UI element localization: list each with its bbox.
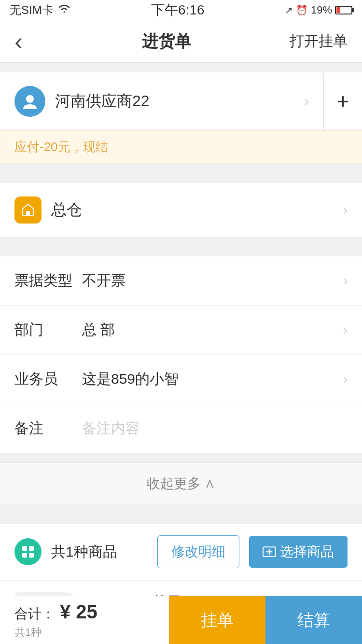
- svg-point-0: [26, 95, 34, 103]
- warehouse-chevron-icon: ›: [343, 202, 348, 218]
- dept-row[interactable]: 部门 总 部 ›: [0, 306, 362, 355]
- svg-rect-2: [22, 546, 27, 551]
- supplier-section: 河南供应商22 › +: [0, 72, 362, 130]
- form-section: 票据类型 不开票 › 部门 总 部 › 业务员 这是859的小智 › 备注 备注…: [0, 256, 362, 453]
- status-left: 无SIM卡: [10, 2, 71, 18]
- select-product-button[interactable]: 选择商品: [249, 536, 348, 568]
- dept-chevron-icon: ›: [343, 322, 348, 338]
- nav-bar: ‹ 进货单 打开挂单: [0, 20, 362, 63]
- supplier-chevron-icon: ›: [305, 94, 309, 109]
- products-icon: [14, 538, 42, 565]
- invoice-row[interactable]: 票据类型 不开票 ›: [0, 256, 362, 306]
- footer-total: 合计： ¥ 25 共1种: [0, 596, 169, 644]
- location-icon: ↗: [285, 4, 293, 16]
- svg-rect-4: [22, 553, 27, 558]
- open-hang-button[interactable]: 打开挂单: [290, 31, 348, 51]
- select-product-label: 选择商品: [280, 543, 334, 561]
- supplier-avatar: [14, 86, 45, 117]
- salesman-label: 业务员: [14, 369, 82, 389]
- warehouse-icon: [14, 196, 42, 224]
- remark-row[interactable]: 备注 备注内容: [0, 404, 362, 453]
- notice-text: 应付-20元，现结: [14, 140, 108, 154]
- back-button[interactable]: ‹: [14, 27, 43, 56]
- invoice-label: 票据类型: [14, 271, 82, 291]
- hang-button[interactable]: 挂单: [169, 596, 265, 644]
- page-title: 进货单: [142, 30, 191, 53]
- svg-rect-1: [26, 211, 30, 216]
- settle-button[interactable]: 结算: [265, 596, 362, 644]
- invoice-chevron-icon: ›: [343, 273, 348, 289]
- wifi-icon: [57, 3, 71, 17]
- total-sub: 共1种: [14, 625, 154, 640]
- products-count: 共1种商品: [51, 542, 157, 562]
- supplier-add-button[interactable]: +: [323, 72, 362, 130]
- edit-detail-button[interactable]: 修改明细: [157, 535, 239, 568]
- dept-value: 总 部: [82, 320, 343, 340]
- products-header: 共1种商品 修改明细 选择商品: [0, 524, 362, 580]
- remark-input[interactable]: 备注内容: [82, 419, 348, 438]
- supplier-select-row[interactable]: 河南供应商22 ›: [0, 72, 323, 130]
- carrier-label: 无SIM卡: [10, 2, 54, 18]
- total-label: 合计：: [14, 605, 55, 623]
- warehouse-row[interactable]: 总仓 ›: [0, 183, 362, 237]
- svg-rect-5: [29, 553, 34, 558]
- status-time: 下午6:16: [151, 1, 205, 19]
- content-area: 河南供应商22 › + 应付-20元，现结 总仓 › 票据类型 不开票 ›: [0, 63, 362, 644]
- status-right: ↗ ⏰ 19%: [285, 4, 352, 16]
- warehouse-name: 总仓: [51, 199, 343, 221]
- collapse-button[interactable]: 收起更多 ∧: [0, 462, 362, 504]
- salesman-chevron-icon: ›: [343, 372, 348, 387]
- alarm-icon: ⏰: [296, 4, 308, 16]
- battery-icon: [335, 6, 352, 14]
- svg-rect-3: [29, 546, 34, 551]
- notice-bar: 应付-20元，现结: [0, 130, 362, 164]
- dept-label: 部门: [14, 320, 82, 340]
- status-bar: 无SIM卡 下午6:16 ↗ ⏰ 19%: [0, 0, 362, 20]
- supplier-name: 河南供应商22: [55, 91, 305, 112]
- salesman-value: 这是859的小智: [82, 369, 343, 389]
- remark-label: 备注: [14, 419, 82, 438]
- battery-percent: 19%: [311, 4, 332, 16]
- total-amount: ¥ 25: [60, 601, 97, 623]
- salesman-row[interactable]: 业务员 这是859的小智 ›: [0, 355, 362, 404]
- invoice-value: 不开票: [82, 271, 343, 291]
- footer: 合计： ¥ 25 共1种 挂单 结算: [0, 596, 362, 644]
